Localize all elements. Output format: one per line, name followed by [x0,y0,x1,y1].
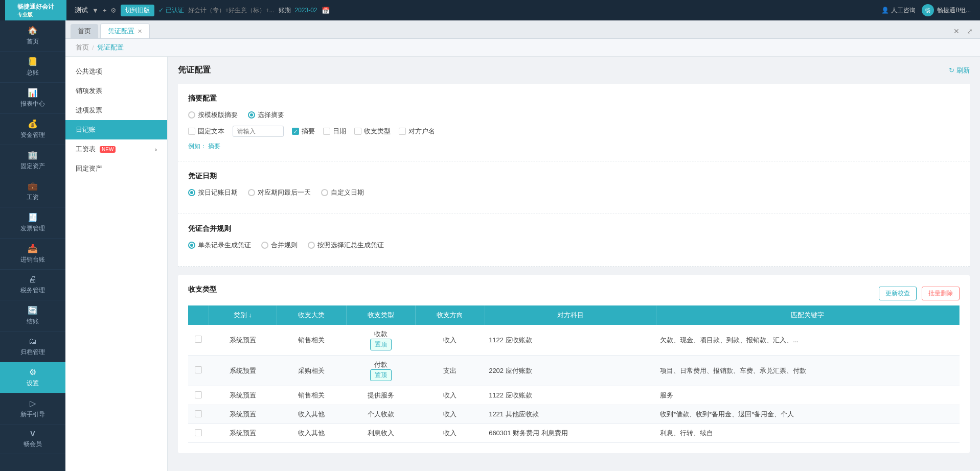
row-checkbox-4[interactable] [195,429,202,436]
payroll-arrow-icon: › [155,146,157,153]
sidebar-label-reports: 报表中心 [20,100,45,108]
cell-checkbox[interactable] [188,386,209,405]
cell-direction: 收入 [416,424,485,443]
radio-select-total[interactable]: 按照选择汇总生成凭证 [308,241,384,250]
sidebar-item-invoice-mgmt[interactable]: 🧾 发票管理 [0,207,65,239]
sub-sidebar-item-fixed-assets[interactable]: 固定资产 [65,159,167,178]
fixed-text-input[interactable] [233,126,284,137]
sidebar-item-reports[interactable]: 📊 报表中心 [0,83,65,114]
tab-bar: 首页 凭证配置 ✕ ✕ ⤢ [65,20,980,39]
sidebar-item-purchase[interactable]: 📥 进销台账 [0,239,65,270]
col-contra-account: 对方科目 [485,305,656,325]
type-checkbox-box [354,128,361,135]
cell-checkbox[interactable] [188,424,209,443]
tab-voucher-config[interactable]: 凭证配置 ✕ [100,23,150,38]
close-all-tab-btn[interactable]: ✕ [951,26,962,36]
summary-radio-group: 按模板版摘要 选择摘要 [188,110,960,120]
cell-main-type: 销售相关 [277,325,347,356]
home-icon: 🏠 [28,26,38,35]
cell-match-keyword: 项目、日常费用、报销款、车费、承兑汇票、付款 [656,356,959,386]
income-expense-table: 类别 ↓ 收支大类 收支类型 收支方向 [188,305,960,443]
sub-sidebar-item-payroll-table[interactable]: 工资表 NEW › [65,139,167,159]
account-tags: 好会计（专）+好生意（标）+... [188,6,274,15]
type-tag-btn[interactable]: 置顶 [370,369,392,381]
radio-select-summary[interactable]: 选择摘要 [248,110,284,120]
sidebar-item-finance[interactable]: 💰 资金管理 [0,114,65,145]
fixed-text-checkbox[interactable]: 固定文本 [188,127,224,136]
calendar-icon[interactable]: 📅 [322,7,330,14]
select-all-checkbox[interactable] [195,311,202,318]
table-row: 系统预置 销售相关 收款 置顶 收入 1122 应收账款 欠款、现金、项目款、到… [188,325,960,356]
type-checkbox[interactable]: 收支类型 [354,127,391,136]
user-info[interactable]: 畅 畅捷通B组... [922,4,971,16]
sub-sidebar-item-daily-ledger[interactable]: 日记账 [65,120,167,139]
sub-sidebar-item-public[interactable]: 公共选项 [65,62,167,81]
user-avatar: 畅 [922,4,934,16]
period-value[interactable]: 2023-02 [295,7,317,14]
table-row: 系统预置 收入其他 利息收入 收入 660301 财务费用 利息费用 利息、行转… [188,424,960,443]
cell-contra-account: 2202 应付账款 [485,356,656,386]
consult-btn[interactable]: 👤 人工咨询 [881,6,916,15]
cell-match-keyword: 服务 [656,386,959,405]
counterpart-checkbox[interactable]: 对方户名 [399,127,435,136]
row-checkbox-3[interactable] [195,410,202,417]
page-title: 凭证配置 [178,65,211,76]
reports-icon: 📊 [28,88,38,98]
sidebar-item-ledger[interactable]: 📒 总账 [0,52,65,83]
summary-example: 例如： 摘要 [188,142,960,151]
row-checkbox-2[interactable] [195,391,202,398]
sidebar-item-settlement[interactable]: 🔄 结账 [0,300,65,332]
merge-section: 凭证合并规则 单条记录生成凭证 合并规则 按照选择汇总生成凭证 [178,214,970,267]
salary-icon: 💼 [28,181,38,191]
col-type: 收支类型 [346,305,416,325]
radio-dot-single [188,242,195,249]
tab-home[interactable]: 首页 [71,24,98,38]
type-tag-btn[interactable]: 置顶 [370,339,392,350]
radio-dot-template [188,111,195,119]
radio-merge-rule[interactable]: 合并规则 [261,241,298,250]
sub-sidebar-item-purchase-invoice[interactable]: 进项发票 [65,101,167,120]
tab-close-btn[interactable]: ✕ [138,28,142,35]
ledger-icon: 📒 [28,57,38,66]
radio-period-last[interactable]: 对应期间最后一天 [248,188,311,197]
sub-sidebar-item-sales-invoice[interactable]: 销项发票 [65,81,167,101]
sidebar-item-tax[interactable]: 🖨 税务管理 [0,270,65,300]
switch-old-version-btn[interactable]: 切到旧版 [121,5,154,16]
sidebar-label-ledger: 总账 [27,68,39,77]
sidebar-item-guide[interactable]: ▷ 新手引导 [0,393,65,425]
row-checkbox-0[interactable] [195,336,202,343]
sidebar-item-assets[interactable]: 🏢 固定资产 [0,145,65,176]
summary-checkbox[interactable]: ✓ 摘要 [292,127,315,136]
app-logo: 畅捷通好会计 专业版 [5,0,66,20]
radio-by-date[interactable]: 按日记账日期 [188,188,238,197]
date-checkbox[interactable]: 日期 [323,127,346,136]
sidebar-item-settings[interactable]: ⚙ 设置 [0,362,65,393]
settings-icon[interactable]: ⚙ [110,7,117,14]
company-dropdown-icon[interactable]: ▼ [92,7,99,14]
radio-dot-select [248,111,255,119]
sidebar-item-salary[interactable]: 💼 工资 [0,176,65,207]
row-checkbox-1[interactable] [195,366,202,373]
radio-template-summary[interactable]: 按模板版摘要 [188,110,238,120]
cell-checkbox[interactable] [188,325,209,356]
radio-custom-date[interactable]: 自定义日期 [321,188,364,197]
cell-checkbox[interactable] [188,405,209,424]
radio-single[interactable]: 单条记录生成凭证 [188,241,251,250]
expand-tab-btn[interactable]: ⤢ [965,26,975,36]
guide-icon: ▷ [30,398,36,408]
update-check-btn[interactable]: 更新校查 [879,287,917,300]
sidebar-item-archive[interactable]: 🗂 归档管理 [0,332,65,362]
col-category[interactable]: 类别 ↓ [209,305,277,325]
sidebar-label-settlement: 结账 [27,317,39,326]
cell-direction: 收入 [416,405,485,424]
col-match-keyword: 匹配关键字 [656,305,959,325]
cell-checkbox[interactable] [188,356,209,386]
sidebar-item-home[interactable]: 🏠 首页 [0,20,65,52]
batch-delete-btn[interactable]: 批量删除 [922,287,960,300]
add-btn[interactable]: + [103,7,107,14]
date-checkbox-box [323,128,330,135]
sidebar-item-member[interactable]: V 畅会员 [0,425,65,454]
breadcrumb-home[interactable]: 首页 [76,43,89,52]
refresh-btn[interactable]: ↻ 刷新 [949,66,970,75]
table-header-row: 收支类型 更新校查 批量删除 [188,285,960,301]
